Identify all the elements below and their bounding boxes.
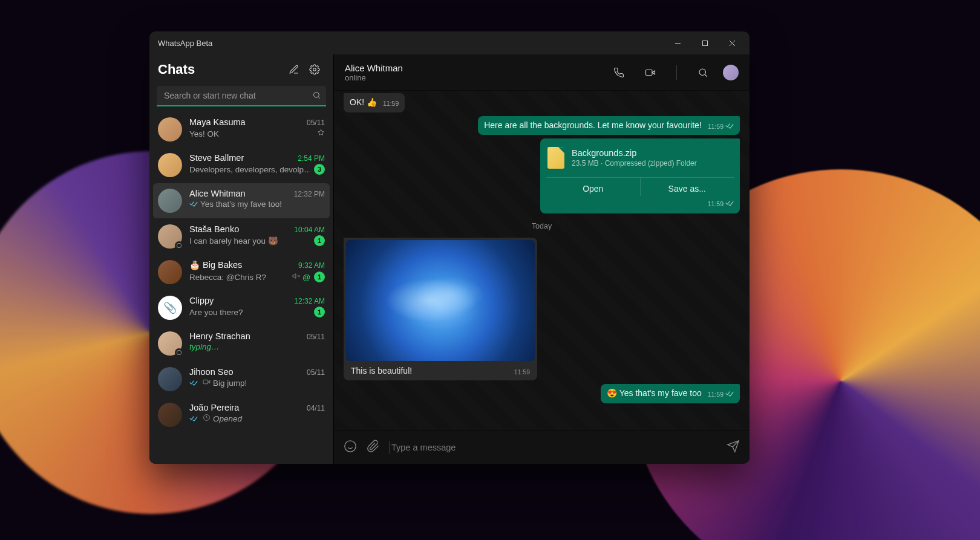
chat-time: 12:32 PM [294, 190, 325, 198]
avatar [158, 331, 182, 356]
avatar [158, 224, 182, 249]
chat-item[interactable]: Staša Benko10:04 AMI can barely hear you… [153, 219, 330, 254]
search-input[interactable] [157, 86, 326, 106]
read-receipt-icon [725, 122, 734, 131]
avatar [158, 153, 182, 177]
mention-icon: @ [302, 273, 310, 282]
search-in-chat-button[interactable] [693, 62, 713, 83]
settings-button[interactable] [304, 59, 325, 80]
message-out[interactable]: Here are all the backgrounds. Let me kno… [344, 116, 740, 135]
chat-name: João Pereira [189, 403, 302, 412]
conversation-panel: Alice Whitman online OK! 👍11:59 Here are… [334, 54, 750, 464]
composer [334, 430, 750, 464]
file-save-button[interactable]: Save as... [641, 178, 734, 196]
chat-time: 10:04 AM [294, 226, 325, 234]
svg-point-8 [177, 350, 181, 355]
status-ring-icon [175, 348, 183, 357]
chat-preview: Big jump! [189, 378, 325, 388]
app-window: WhatsApp Beta Chats Maya Kasuma05/11Yes!… [149, 31, 750, 464]
read-receipt-icon [189, 379, 198, 388]
voice-call-button[interactable] [609, 62, 629, 83]
chat-time: 05/11 [307, 119, 325, 127]
chat-item[interactable]: 🎂 Big Bakes9:32 AMRebecca: @Chris R?@1 [153, 255, 330, 290]
unread-badge: 1 [314, 307, 325, 317]
chat-time: 9:32 AM [298, 261, 325, 270]
chat-item[interactable]: Steve Ballmer2:54 PMDevelopers, develope… [153, 148, 330, 183]
chat-preview: I can barely hear you 🐻 [189, 236, 310, 246]
chat-time: 05/11 [307, 333, 325, 341]
contact-status: online [345, 73, 599, 82]
maximize-button[interactable] [691, 31, 719, 54]
svg-line-6 [318, 97, 320, 99]
close-button[interactable] [719, 31, 746, 54]
sidebar-heading: Chats [158, 62, 284, 77]
chat-preview: Rebecca: @Chris R? [189, 273, 290, 282]
chat-name: Steve Ballmer [189, 153, 293, 163]
file-name: Backgrounds.zip [572, 148, 697, 158]
avatar [158, 367, 182, 391]
avatar [158, 117, 182, 142]
titlebar: WhatsApp Beta [149, 31, 750, 54]
chat-time: 04/11 [307, 404, 325, 412]
chat-item[interactable]: 📎Clippy12:32 AMAre you there?1 [153, 290, 330, 325]
chat-item[interactable]: João Pereira04/11 Opened [153, 397, 330, 432]
video-call-button[interactable] [640, 62, 661, 83]
svg-rect-9 [203, 380, 208, 384]
svg-point-7 [177, 243, 181, 248]
message-input[interactable] [390, 441, 717, 454]
contact-name: Alice Whitman [345, 63, 599, 73]
chat-preview: typing… [189, 342, 325, 351]
chat-name: Jihoon Seo [189, 367, 302, 377]
attach-button[interactable] [367, 440, 380, 455]
new-chat-button[interactable] [284, 59, 304, 80]
chat-preview: Yes! OK [189, 129, 315, 138]
file-open-button[interactable]: Open [546, 178, 641, 196]
chat-preview: Yes that's my fave too! [189, 200, 325, 209]
svg-point-12 [699, 69, 706, 76]
header-divider [676, 65, 677, 80]
read-receipt-icon [189, 200, 198, 209]
svg-point-5 [314, 93, 319, 98]
status-ring-icon [175, 241, 183, 250]
mute-icon [292, 272, 300, 282]
profile-avatar[interactable] [723, 65, 739, 80]
avatar: 📎 [158, 296, 182, 320]
minimize-button[interactable] [664, 31, 691, 54]
read-receipt-icon [725, 200, 734, 207]
message-file[interactable]: Backgrounds.zip 23.5 MB · Compressed (zi… [344, 138, 740, 213]
svg-point-14 [345, 440, 356, 451]
avatar [158, 189, 182, 213]
chat-time: 12:32 AM [294, 297, 325, 305]
chat-name: Staša Benko [189, 224, 289, 234]
messages: OK! 👍11:59 Here are all the backgrounds.… [334, 91, 750, 430]
chat-item[interactable]: Alice Whitman12:32 PM Yes that's my fave… [153, 183, 330, 218]
send-button[interactable] [727, 440, 740, 455]
chat-item[interactable]: Henry Strachan05/11typing… [153, 326, 330, 361]
chat-preview: Are you there? [189, 308, 310, 317]
chat-item[interactable]: Jihoon Seo05/11 Big jump! [153, 362, 330, 397]
image-thumbnail[interactable] [346, 240, 535, 361]
date-separator: Today [344, 217, 740, 234]
svg-rect-1 [703, 41, 708, 45]
message-out[interactable]: 😍 Yes that's my fave too11:59 [344, 384, 740, 403]
message-in[interactable]: OK! 👍11:59 [344, 93, 740, 112]
zip-file-icon [547, 147, 564, 169]
svg-line-13 [705, 74, 707, 76]
message-image[interactable]: This is beautiful!11:59 [344, 238, 740, 380]
chat-time: 05/11 [307, 368, 325, 377]
chat-name: 🎂 Big Bakes [189, 260, 293, 270]
chat-list: Maya Kasuma05/11Yes! OKSteve Ballmer2:54… [149, 111, 333, 464]
chat-item[interactable]: Maya Kasuma05/11Yes! OK [153, 112, 330, 147]
chat-time: 2:54 PM [298, 154, 325, 163]
search-icon [312, 91, 321, 102]
unread-badge: 1 [314, 272, 325, 282]
chat-name: Henry Strachan [189, 331, 302, 341]
read-receipt-icon [189, 414, 198, 423]
emoji-button[interactable] [344, 440, 357, 455]
sidebar: Chats Maya Kasuma05/11Yes! OKSteve Ballm… [149, 54, 334, 464]
avatar [158, 403, 182, 427]
chat-preview: Opened [189, 414, 325, 423]
svg-point-4 [313, 68, 316, 71]
unread-badge: 1 [314, 235, 325, 246]
opened-icon [203, 414, 211, 423]
